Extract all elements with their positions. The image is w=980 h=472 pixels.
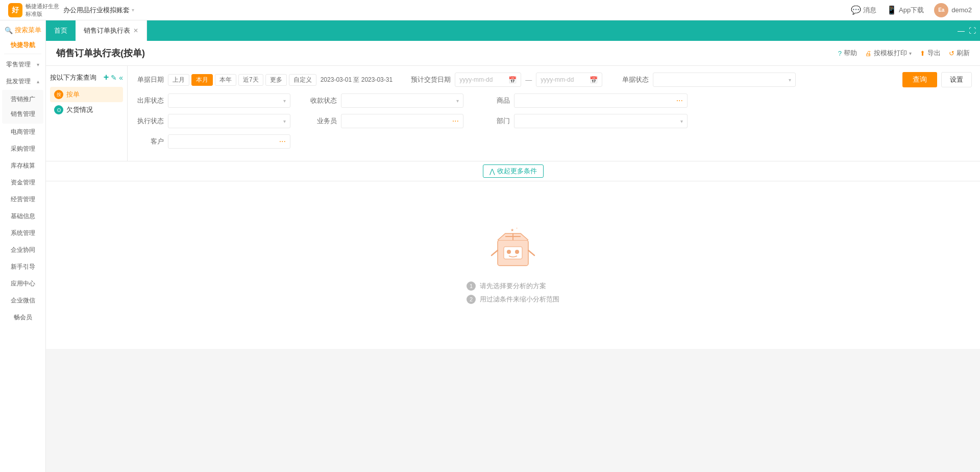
tab-bar-actions: — ⛶: [958, 27, 980, 35]
sidebar-item-system[interactable]: 系统管理: [0, 225, 45, 242]
query-action-group: 查询 设置: [902, 72, 972, 87]
filter-row-2: 出库状态 ▾ 收款状态 ▾: [136, 93, 972, 108]
date-btn-this-year[interactable]: 本年: [215, 74, 236, 86]
sidebar-item-member[interactable]: 畅会员: [0, 309, 45, 326]
page-header-actions: ? 帮助 🖨 按模板打印 ▾ ⬆ 导出 ↺: [838, 49, 970, 58]
logo-text: 畅捷通好生意 标准版: [26, 3, 59, 17]
filter-item-exec-status: 执行状态 ▾: [136, 114, 290, 128]
status-select[interactable]: ▾: [653, 73, 796, 87]
sidebar-item-apps[interactable]: 应用中心: [0, 275, 45, 292]
quick-nav-label: 快捷导航: [0, 38, 45, 52]
filter-item-dept: 部门 ▾: [482, 114, 688, 128]
search-icon: 🔍: [5, 27, 13, 34]
chevron-down-icon: ▾: [909, 51, 912, 56]
out-status-select[interactable]: ▾: [168, 93, 290, 108]
more-icon-3[interactable]: ···: [279, 137, 286, 146]
phone-icon: 📱: [887, 5, 897, 15]
help-button[interactable]: ? 帮助: [838, 49, 857, 58]
scheme-edit-button[interactable]: ✎: [111, 74, 117, 82]
wholesale-submenu: 营销推广 销售管理: [2, 90, 43, 124]
filter-item-date: 单据日期 上月 本月 本年 近7天 更多 自定义: [136, 74, 316, 86]
sidebar-item-finance[interactable]: 资金管理: [0, 174, 45, 191]
sidebar-item-enterprise[interactable]: 企业协同: [0, 242, 45, 258]
sidebar-item-wechat[interactable]: 企业微信: [0, 292, 45, 309]
scheme-item-icon: 按: [54, 90, 63, 99]
chevron-down-icon: ▾: [680, 119, 683, 124]
calendar-icon-2: 📅: [590, 76, 598, 84]
chevron-icon: ▾: [37, 62, 39, 67]
empty-state-svg: ★ ✦: [487, 222, 538, 273]
calendar-icon: 📅: [508, 76, 517, 84]
expected-date-end-input[interactable]: yyyy-mm-dd 📅: [536, 73, 602, 87]
customer-input[interactable]: ···: [168, 134, 290, 149]
svg-text:✦: ✦: [516, 227, 518, 230]
salesperson-input[interactable]: ···: [341, 114, 463, 128]
sidebar-item-sales[interactable]: 销售管理: [6, 107, 39, 122]
scheme-collapse-button[interactable]: «: [119, 74, 123, 82]
product-input[interactable]: ···: [514, 93, 688, 108]
date-btn-more[interactable]: 更多: [265, 74, 287, 86]
sidebar-item-purchase[interactable]: 采购管理: [0, 140, 45, 157]
scheme-item-icon-2: ⊙: [54, 105, 63, 114]
sidebar-item-newbie[interactable]: 新手引导: [0, 258, 45, 275]
more-icon[interactable]: ···: [676, 96, 683, 105]
tab-close-icon[interactable]: ✕: [133, 27, 138, 34]
svg-line-6: [492, 250, 498, 255]
filter-item-customer: 客户 ···: [136, 134, 290, 149]
refresh-button[interactable]: ↺ 刷新: [949, 49, 970, 58]
message-button[interactable]: 💬 消息: [851, 5, 876, 15]
date-range-display: 2023-03-01 至 2023-03-31: [321, 76, 393, 84]
sidebar-item-operation[interactable]: 经营管理: [0, 191, 45, 208]
sidebar-item-retail[interactable]: 零售管理 ▾: [0, 56, 45, 73]
chevron-down-icon: ▾: [283, 98, 286, 104]
sidebar-divider: [4, 54, 41, 54]
search-menu-button[interactable]: 🔍 搜索菜单: [4, 26, 41, 35]
exec-status-select[interactable]: ▾: [168, 114, 290, 128]
company-selector[interactable]: 办公用品行业模拟账套 ▾: [63, 6, 134, 15]
filter-panel: 按以下方案查询 + ✎ « 按 按单 ⊙: [46, 66, 980, 161]
payment-status-label: 收款状态: [309, 96, 337, 105]
chevron-down-icon: ▾: [789, 77, 791, 83]
print-icon: 🖨: [865, 50, 872, 57]
scheme-item-byorder[interactable]: 按 按单: [50, 87, 123, 102]
product-label: 商品: [482, 96, 510, 105]
sidebar-item-basic[interactable]: 基础信息: [0, 208, 45, 225]
scheme-item-by-payment[interactable]: ⊙ 欠货情况: [50, 102, 123, 117]
query-button[interactable]: 查询: [902, 72, 937, 87]
dept-select[interactable]: ▾: [514, 114, 688, 128]
expected-date-start-input[interactable]: yyyy-mm-dd 📅: [455, 73, 521, 87]
filter-item-date-range-display: 2023-03-01 至 2023-03-31: [321, 76, 393, 84]
tab-maximize-button[interactable]: ⛶: [969, 27, 976, 35]
logo-area: 好 畅捷通好生意 标准版: [8, 3, 59, 17]
tab-sales-order[interactable]: 销售订单执行表 ✕: [76, 20, 147, 41]
tab-home[interactable]: 首页: [46, 20, 76, 41]
settings-button[interactable]: 设置: [941, 72, 972, 87]
print-button[interactable]: 🖨 按模板打印 ▾: [865, 49, 912, 58]
chevron-down-icon: ▾: [283, 119, 286, 124]
app-download-button[interactable]: 📱 App下载: [887, 5, 924, 15]
scheme-add-button[interactable]: +: [104, 72, 109, 83]
date-btn-last-month[interactable]: 上月: [168, 74, 189, 86]
payment-status-select[interactable]: ▾: [341, 93, 463, 108]
collapse-icon: ⋀: [489, 168, 495, 175]
collapse-conditions-button[interactable]: ⋀ 收起更多条件: [483, 164, 544, 178]
sidebar-item-inventory[interactable]: 库存核算: [0, 157, 45, 174]
tab-minimize-button[interactable]: —: [958, 27, 965, 35]
export-icon: ⬆: [920, 50, 925, 57]
date-btn-7days[interactable]: 近7天: [238, 74, 263, 86]
date-range-separator: —: [525, 76, 532, 84]
sidebar-item-marketing[interactable]: 营销推广: [6, 92, 39, 107]
user-profile[interactable]: Ea demo2: [934, 3, 972, 17]
date-btn-custom[interactable]: 自定义: [289, 74, 316, 86]
filter-item-out-status: 出库状态 ▾: [136, 93, 290, 108]
more-icon-2[interactable]: ···: [452, 116, 459, 126]
filter-item-status: 单据状态 ▾: [621, 73, 796, 87]
filter-row-1: 单据日期 上月 本月 本年 近7天 更多 自定义: [136, 72, 972, 87]
export-button[interactable]: ⬆ 导出: [920, 49, 941, 58]
expected-date-label: 预计交货日期: [411, 75, 451, 84]
sidebar-item-wholesale[interactable]: 批发管理 ▴: [0, 73, 45, 90]
content-area: 销售订单执行表(按单) ? 帮助 🖨 按模板打印 ▾ ⬆: [46, 41, 980, 472]
date-btn-this-month[interactable]: 本月: [191, 74, 213, 86]
customer-label: 客户: [136, 137, 164, 146]
sidebar-item-ecommerce[interactable]: 电商管理: [0, 124, 45, 140]
